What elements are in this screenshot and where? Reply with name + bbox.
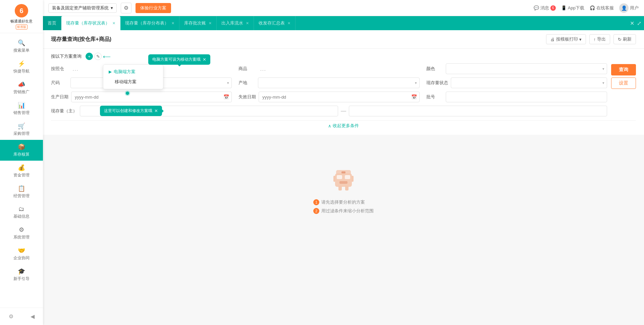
industry-btn[interactable]: 体验行业方案	[136, 3, 171, 13]
prod-date-input[interactable]	[71, 92, 232, 102]
sidebar-item-label-guide: 新手引导	[13, 276, 30, 282]
main-area: 装备及固定资产辅助管理系统 ▾ ⚙ 体验行业方案 💬 消息 6 📱 App下载 …	[43, 0, 644, 325]
sidebar-item-label-system: 系统管理	[13, 234, 30, 240]
expand-tabs-btn[interactable]: ⤢	[637, 20, 641, 26]
tab-in-out-flow[interactable]: 出入库流水 ✕	[217, 16, 254, 30]
print-label: 按模板打印	[556, 36, 578, 42]
sidebar-item-enterprise[interactable]: 🤝 企业协同	[0, 243, 43, 264]
sidebar-item-label-sales: 销售管理	[13, 110, 30, 116]
filter-stock-status: 现存量状态 ▾	[426, 77, 607, 88]
tab-receive-send-close[interactable]: ✕	[287, 21, 290, 25]
settings-bottom-btn[interactable]: ⚙	[7, 311, 15, 322]
tab-batch-ledger[interactable]: 库存批次账 ✕	[179, 16, 217, 30]
create-scheme-tooltip-close[interactable]: ✕	[154, 108, 158, 113]
message-icon: 💬	[534, 5, 539, 10]
settings-btn[interactable]: ⚙	[121, 3, 131, 13]
header-right: 💬 消息 6 📱 App下载 🎧 在线客服 👤 用户	[534, 3, 639, 13]
stock-status-select[interactable]	[451, 77, 607, 88]
sidebar-item-guide[interactable]: 🎓 新手引导	[0, 264, 43, 285]
tab-bar-end: ✕ ⤢	[627, 16, 644, 30]
filter-row3: 生产日期 📅 失效日期 📅	[51, 92, 607, 102]
collapse-label: 收起更多条件	[333, 123, 359, 129]
goods-dots[interactable]: ...	[258, 65, 268, 72]
tab-bar: 首页 现存量（库存状况表） ✕ 现存量（库存分布表） ✕ 库存批次账 ✕ 出入库…	[43, 16, 644, 30]
tab-inventory-dist[interactable]: 现存量（库存分布表） ✕	[120, 16, 179, 30]
quick-icon: ⚡	[18, 60, 25, 67]
logo-area: 6 畅通通好生意 标准版	[0, 0, 43, 33]
sidebar-item-basic[interactable]: 🗂 基础信息	[0, 202, 43, 223]
sidebar-item-label-basic: 基础信息	[13, 214, 30, 219]
tab-inventory-status-close[interactable]: ✕	[112, 21, 115, 25]
filter-area: 按以下方案查询 + ✎ ⟵ 电脑方案可设为移动方案哦 ✕ ▶ 电脑端方案	[43, 49, 644, 135]
notifications-btn[interactable]: 💬 消息 6	[534, 5, 556, 11]
tab-home[interactable]: 首页	[43, 16, 61, 30]
indicator-dot	[126, 92, 129, 95]
stock-status-label: 现存量状态	[426, 80, 448, 86]
batch-no-input[interactable]	[446, 92, 607, 102]
refresh-btn[interactable]: ↻ 刷新	[613, 34, 636, 44]
batch-no-label: 批号	[426, 94, 443, 100]
system-name: 装备及固定资产辅助管理系统	[52, 5, 109, 11]
chevron-down-icon2: ▾	[579, 37, 582, 42]
sidebar-item-system[interactable]: ⚙ 系统管理	[0, 223, 43, 243]
expiry-date-input[interactable]	[259, 92, 419, 102]
sidebar-nav: 🔍 搜索菜单 ⚡ 快捷导航 📣 营销推广 📊 销售管理 🛒 采购管理 📦 库存核…	[0, 33, 43, 308]
collapse-filter-btn[interactable]: ∧ 收起更多条件	[51, 120, 636, 131]
collapse-sidebar-btn[interactable]: ◀	[29, 311, 37, 322]
tab-inventory-dist-close[interactable]: ✕	[171, 21, 174, 25]
top-header: 装备及固定资产辅助管理系统 ▾ ⚙ 体验行业方案 💬 消息 6 📱 App下载 …	[43, 0, 644, 16]
prod-date-label: 生产日期	[51, 94, 68, 100]
sidebar-item-sales[interactable]: 📊 销售管理	[0, 98, 43, 119]
app-download-btn[interactable]: 📱 App下载	[561, 5, 584, 11]
close-all-tabs-btn[interactable]: ✕	[630, 20, 634, 26]
chevron-down-icon: ▾	[111, 5, 113, 10]
sidebar-item-quick[interactable]: ⚡ 快捷导航	[0, 57, 43, 77]
scheme-panel: ▶ 电脑端方案 移动端方案	[103, 64, 163, 89]
avatar: 👤	[619, 3, 629, 13]
tab-in-out-flow-close[interactable]: ✕	[246, 21, 249, 25]
query-btn[interactable]: 查询	[611, 64, 636, 75]
content-area: 现存量查询(按仓库+商品) 🖨 按模板打印 ▾ ↑ 导出 ↻ 刷新	[43, 30, 644, 325]
sidebar-item-label-quick: 快捷导航	[13, 68, 30, 74]
warehouse-dots[interactable]: ...	[70, 65, 80, 72]
empty-text-area: 1 请先选择要分析的方案 2 用过滤条件来缩小分析范围	[313, 199, 374, 214]
logo-icon: 6	[15, 4, 28, 17]
sidebar-item-operation[interactable]: 📋 经营管理	[0, 181, 43, 202]
export-btn[interactable]: ↑ 导出	[589, 34, 610, 44]
stock-main-max-input[interactable]	[349, 106, 607, 116]
step2-text: 用过滤条件来缩小分析范围	[321, 208, 374, 214]
sidebar-item-marketing[interactable]: 📣 营销推广	[0, 77, 43, 98]
edit-scheme-btn[interactable]: ✎	[94, 53, 102, 60]
sidebar-item-inventory[interactable]: 📦 库存核算	[0, 140, 43, 161]
sidebar-item-finance[interactable]: 💰 资金管理	[0, 161, 43, 181]
scheme-item-mobile[interactable]: 移动端方案	[103, 77, 163, 87]
pc-scheme-tooltip-close[interactable]: ✕	[203, 57, 206, 62]
add-scheme-btn[interactable]: +	[86, 53, 93, 60]
filter-scheme-row: 按以下方案查询 + ✎ ⟵ 电脑方案可设为移动方案哦 ✕ ▶ 电脑端方案	[51, 53, 636, 60]
user-btn[interactable]: 👤 用户	[619, 3, 639, 13]
color-select[interactable]	[446, 63, 607, 74]
online-service-btn[interactable]: 🎧 在线客服	[590, 5, 614, 11]
sidebar-item-search[interactable]: 🔍 搜索菜单	[0, 36, 43, 57]
svg-rect-6	[338, 186, 342, 191]
scheme-item-pc[interactable]: ▶ 电脑端方案	[103, 67, 163, 77]
sidebar-item-label-inventory: 库存核算	[13, 152, 30, 157]
origin-select[interactable]	[258, 77, 419, 88]
tab-receive-send[interactable]: 收发存汇总表 ✕	[254, 16, 296, 30]
empty-step2: 2 用过滤条件来缩小分析范围	[313, 208, 374, 214]
tab-home-label: 首页	[48, 20, 56, 26]
notifications-badge: 6	[550, 5, 556, 11]
tab-inventory-status-label: 现存量（库存状况表）	[66, 20, 110, 26]
size-label: 尺码	[51, 80, 68, 86]
pc-scheme-tooltip-text: 电脑方案可设为移动方案哦	[152, 57, 201, 62]
header-left: 装备及固定资产辅助管理系统 ▾ ⚙ 体验行业方案	[48, 3, 171, 13]
back-arrow-btn[interactable]: ⟵	[103, 53, 111, 60]
tab-inventory-status[interactable]: 现存量（库存状况表） ✕	[61, 16, 120, 30]
color-select-wrap: ▾	[446, 63, 607, 74]
reset-btn[interactable]: 设置	[611, 77, 636, 89]
tab-batch-ledger-close[interactable]: ✕	[209, 21, 212, 25]
print-btn[interactable]: 🖨 按模板打印 ▾	[546, 34, 586, 44]
system-selector[interactable]: 装备及固定资产辅助管理系统 ▾	[48, 3, 117, 13]
sidebar-item-purchase[interactable]: 🛒 采购管理	[0, 119, 43, 140]
logo-text: 畅通通好生意	[10, 19, 33, 24]
